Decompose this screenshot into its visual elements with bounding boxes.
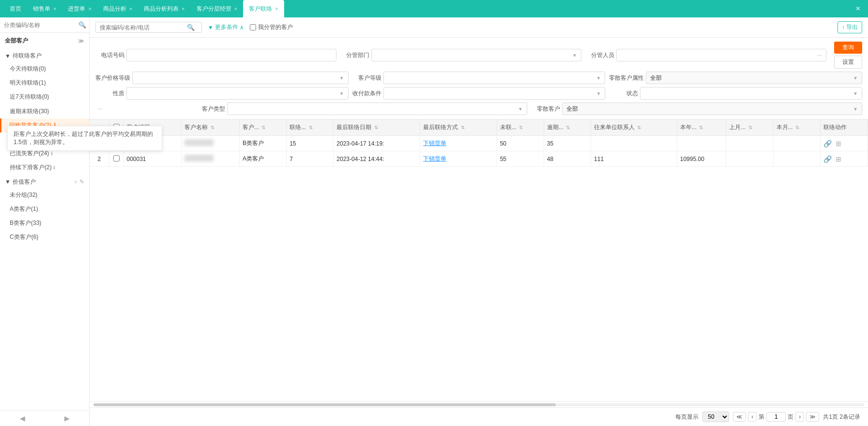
sidebar-search-icon[interactable]: 🔍 <box>78 21 86 29</box>
sidebar-content: 全部客户 ≫ ▼ 待联络客户 今天待联络(0) 明天待联络(1) 近7天待联络(… <box>0 33 89 410</box>
filter-retail-select[interactable]: 全部 ▼ <box>562 103 862 115</box>
table-header-row: ⚙ 客户编码 ⇅ 客户名称 ⇅ 客户... ⇅ 联络... ⇅ 最后联络日期 ⇅… <box>90 119 868 136</box>
filter-retail-attr-select[interactable]: 全部 ▼ <box>646 72 862 84</box>
sidebar-item-tomorrow[interactable]: 明天待联络(1) <box>0 76 89 90</box>
row1-name <box>182 136 240 151</box>
nav-customer-tier[interactable]: 客户分层经营 × <box>191 0 243 17</box>
scrollbar-thumb[interactable] <box>93 403 556 406</box>
sort-icon-uncontacted[interactable]: ⇅ <box>519 125 523 130</box>
settings-button[interactable]: 设置 <box>834 56 862 69</box>
filter-customer-type-select[interactable]: ▼ <box>227 103 527 115</box>
filter-customer-level-select[interactable]: ▼ <box>383 72 606 84</box>
sidebar-value-edit-icon[interactable]: ○ <box>74 178 77 185</box>
sidebar-collapse-icon[interactable]: ≫ <box>78 38 84 44</box>
col-header-lastmonth: 上月... ⇅ <box>726 119 773 136</box>
filter-dots[interactable]: ··· <box>97 105 102 112</box>
filter-nature-label: 性质 <box>95 89 124 98</box>
nav-customer-contact[interactable]: 客户联络 × <box>243 0 284 17</box>
first-page-btn[interactable]: ≪ <box>733 412 746 422</box>
row2-check[interactable] <box>109 151 123 167</box>
row2-lastmethod-link[interactable]: 下销货单 <box>423 155 446 162</box>
nav-product-analysis-list[interactable]: 商品分析列表 × <box>138 0 190 17</box>
nav-product-analysis-close[interactable]: × <box>129 6 132 12</box>
export-button[interactable]: ↑ 导出 <box>838 21 862 33</box>
row2-grid-icon[interactable]: ⊞ <box>836 155 841 163</box>
filter-phone-field: 电话号码 <box>95 49 336 61</box>
sidebar-item-class-b[interactable]: B类客户(33) <box>0 216 89 230</box>
col-header-unit-contact: 往来单位联系人 ⇅ <box>591 119 677 136</box>
sort-icon-unit-contact[interactable]: ⇅ <box>637 125 641 130</box>
table-footer: 每页显示 50 100 200 ≪ ‹ 第 页 › ≫ 共1页 2条记录 <box>90 407 868 426</box>
filter-nature-select[interactable]: ▼ <box>126 87 349 100</box>
query-button[interactable]: 查询 <box>834 42 862 54</box>
horizontal-scrollbar[interactable] <box>90 401 868 407</box>
filter-search-input[interactable] <box>100 24 187 31</box>
per-page-select[interactable]: 50 100 200 <box>702 411 729 422</box>
col-header-name: 客户名称 ⇅ <box>182 119 240 136</box>
filter-status-select[interactable]: ▼ <box>640 87 862 100</box>
row1-lastmethod-link[interactable]: 下销货单 <box>423 140 446 147</box>
filter-dept-select[interactable]: ▼ <box>371 49 581 61</box>
sidebar-group-value[interactable]: ▼ 价值客户 ○ ✎ <box>0 175 89 188</box>
sidebar-next-icon[interactable]: ▶ <box>61 413 73 423</box>
nav-purchase[interactable]: 进货单 × <box>62 0 97 17</box>
row1-thismonth <box>773 136 820 151</box>
last-page-btn[interactable]: ≫ <box>806 412 819 422</box>
filter-person-select[interactable]: ··· <box>616 49 826 61</box>
nav-customer-tier-close[interactable]: × <box>234 6 237 12</box>
sidebar-item-ungroup[interactable]: 未分组(32) <box>0 188 89 202</box>
sort-icon-overdue[interactable]: ⇅ <box>566 125 570 130</box>
filter-payment-label: 收付款条件 <box>352 89 381 98</box>
my-customers-checkbox-group[interactable]: 我分管的客户 <box>250 23 293 31</box>
sidebar-group-pending[interactable]: ▼ 待联络客户 <box>0 49 89 62</box>
sort-icon-lastdate[interactable]: ⇅ <box>374 125 378 130</box>
row1-uncontacted: 50 <box>497 136 544 151</box>
row2-link-icon[interactable]: 🔗 <box>823 155 832 163</box>
nav-product-analysis-list-close[interactable]: × <box>182 6 184 12</box>
sort-icon-thismonth[interactable]: ⇅ <box>795 125 799 130</box>
sidebar-value-settings-icon[interactable]: ✎ <box>79 178 84 185</box>
filter-chevron-icon: ∧ <box>240 24 244 31</box>
sort-icon-lastmethod[interactable]: ⇅ <box>461 125 465 130</box>
filter-payment-select[interactable]: ▼ <box>383 87 606 100</box>
row1-grid-icon[interactable]: ⊞ <box>836 140 841 147</box>
filter-dept-label: 分管部门 <box>340 51 369 59</box>
sidebar-item-7days[interactable]: 近7天待联络(0) <box>0 90 89 104</box>
filter-retail-label: 零散客户 <box>531 105 560 113</box>
row1-link-icon[interactable]: 🔗 <box>823 140 832 147</box>
per-page-label: 每页显示 <box>675 413 699 421</box>
my-customers-checkbox[interactable] <box>250 24 256 30</box>
filter-search-icon[interactable]: 🔍 <box>187 24 195 31</box>
page-label: 第 <box>759 413 764 421</box>
next-page-btn[interactable]: › <box>795 412 804 422</box>
filter-search-box[interactable]: 🔍 <box>95 22 202 33</box>
prev-page-btn[interactable]: ‹ <box>748 412 757 422</box>
filter-more-conditions[interactable]: ▼ 更多条件 ∧ <box>208 23 244 31</box>
nav-sales-close[interactable]: × <box>53 6 56 12</box>
window-close-button[interactable]: × <box>852 4 864 13</box>
sidebar-item-class-a[interactable]: A类客户(1) <box>0 202 89 216</box>
sidebar-item-declining[interactable]: 持续下滑客户(2) ℹ <box>0 161 89 175</box>
nav-home[interactable]: 首页 <box>4 0 27 17</box>
nav-customer-contact-close[interactable]: × <box>275 6 278 12</box>
sidebar-item-class-c[interactable]: C类客户(6) <box>0 230 89 244</box>
page-number-input[interactable] <box>766 412 786 422</box>
sort-icon-thisyear[interactable]: ⇅ <box>699 125 703 130</box>
sidebar-item-today[interactable]: 今天待联络(0) <box>0 62 89 76</box>
table-row: 2 000031 A类客户 7 2023-04-12 14:44: 下销货单 5… <box>90 151 868 167</box>
sidebar-item-overdue[interactable]: 逾期未联络(30) <box>0 104 89 118</box>
sort-icon-name[interactable]: ⇅ <box>211 125 214 130</box>
filter-phone-input[interactable] <box>126 49 336 61</box>
row2-checkbox[interactable] <box>113 155 120 162</box>
row2-actions: 🔗 ⊞ <box>820 151 868 167</box>
sort-icon-type[interactable]: ⇅ <box>261 125 265 130</box>
nav-purchase-close[interactable]: × <box>88 6 91 12</box>
sort-icon-lastmonth[interactable]: ⇅ <box>748 125 752 130</box>
nav-sales[interactable]: 销售单 × <box>27 0 62 17</box>
sort-icon-contact[interactable]: ⇅ <box>309 125 313 130</box>
sidebar-search-input[interactable] <box>4 22 76 29</box>
sidebar-all-customers[interactable]: 全部客户 ≫ <box>0 33 89 49</box>
nav-product-analysis[interactable]: 商品分析 × <box>97 0 138 17</box>
sidebar-prev-icon[interactable]: ◀ <box>17 413 28 423</box>
filter-price-level-select[interactable]: ▼ <box>132 72 349 84</box>
